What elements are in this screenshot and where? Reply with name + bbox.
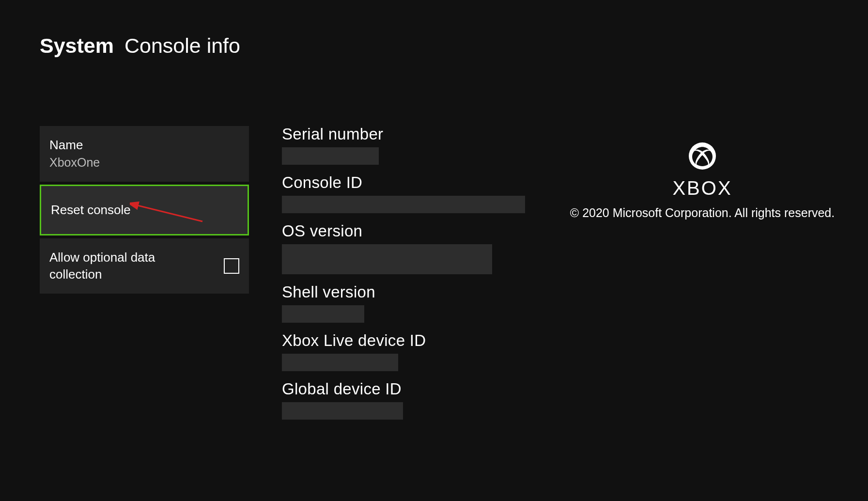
brand-panel: XBOX © 2020 Microsoft Corporation. All r… xyxy=(564,142,840,220)
allow-data-collection-toggle[interactable]: Allow optional data collection xyxy=(40,238,249,294)
os-version-value-redacted xyxy=(282,244,492,274)
reset-console-button[interactable]: Reset console xyxy=(40,185,249,235)
checkbox-unchecked-icon xyxy=(224,258,239,274)
name-option[interactable]: Name XboxOne xyxy=(40,126,249,182)
allow-data-collection-label: Allow optional data collection xyxy=(49,249,195,283)
os-version-label: OS version xyxy=(282,222,553,240)
reset-console-label: Reset console xyxy=(51,203,131,217)
breadcrumb-secondary: Console info xyxy=(124,34,240,57)
global-device-id-label: Global device ID xyxy=(282,380,553,398)
global-device-id-value-redacted xyxy=(282,402,403,420)
console-id-label: Console ID xyxy=(282,173,553,192)
copyright-text: © 2020 Microsoft Corporation. All rights… xyxy=(564,206,840,220)
brand-name: XBOX xyxy=(564,177,840,199)
name-option-label: Name xyxy=(49,137,239,154)
breadcrumb-primary: System xyxy=(40,34,114,57)
xbox-logo-icon xyxy=(689,142,716,170)
xbox-live-device-id-label: Xbox Live device ID xyxy=(282,331,553,350)
name-option-value: XboxOne xyxy=(49,155,239,171)
xbox-live-device-id-value-redacted xyxy=(282,354,398,371)
console-id-value-redacted xyxy=(282,196,525,213)
serial-number-label: Serial number xyxy=(282,125,553,143)
console-info-panel: Serial number Console ID OS version Shel… xyxy=(282,125,553,428)
serial-number-value-redacted xyxy=(282,147,379,165)
options-panel: Name XboxOne Reset console Allow optiona… xyxy=(40,126,249,297)
breadcrumb: System Console info xyxy=(40,34,240,58)
shell-version-value-redacted xyxy=(282,305,364,323)
shell-version-label: Shell version xyxy=(282,283,553,301)
